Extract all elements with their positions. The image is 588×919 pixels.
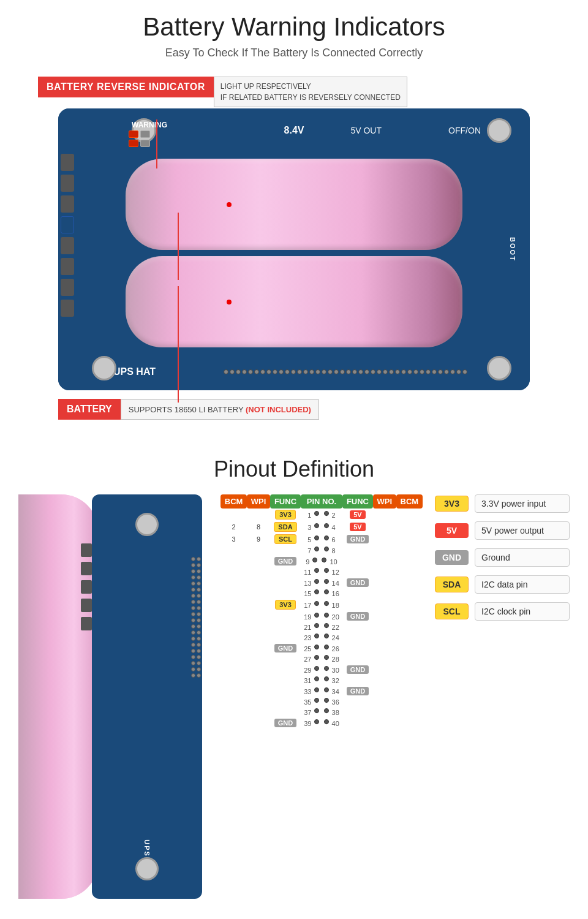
pinout-corner-circle-bottom xyxy=(135,857,159,880)
indicator-callout: BATTERY REVERSE INDICATOR LIGHT UP RESPE… xyxy=(38,77,407,107)
legend-desc: I2C data pin xyxy=(475,575,570,594)
led-4 xyxy=(140,140,150,147)
table-row: 35 · · 36 xyxy=(221,697,423,707)
table-row: 3V3 17 · · 18 xyxy=(221,599,423,611)
th-func2: FUNC xyxy=(342,494,373,509)
table-row: 3 9 SCL 5 · · 6 GND xyxy=(221,533,423,545)
board-voltage: 8.4V xyxy=(284,125,304,136)
battery-callout-label: BATTERY xyxy=(58,399,121,420)
legend-desc: 3.3V power input xyxy=(475,494,570,513)
legend-desc: I2C clock pin xyxy=(475,602,570,621)
pinout-gpio xyxy=(190,556,202,679)
indicator-desc: LIGHT UP RESPECTIVELY IF RELATED BATTERY… xyxy=(214,77,407,107)
battery-callout-desc: SUPPORTS 18650 LI BATTERY (NOT INCLUDED) xyxy=(121,399,319,420)
ups-hat-label: UPS HAT xyxy=(113,366,156,377)
th-wpi: WPI xyxy=(247,494,270,509)
legend-badge: SDA xyxy=(435,577,469,592)
table-row: 15 · · 16 xyxy=(221,588,423,599)
pinout-left: UPS HAT xyxy=(18,494,208,899)
table-row: 21 · · 22 xyxy=(221,622,423,632)
pin-table-header: BCM WPI FUNC PIN NO. FUNC WPI BCM xyxy=(221,494,423,509)
board-5vout: 5V OUT xyxy=(350,126,382,135)
red-line-top xyxy=(156,119,157,168)
table-row: 27 · · 28 xyxy=(221,654,423,664)
table-row: 13 · · 14 GND xyxy=(221,577,423,588)
legend-item: 5V 5V power output xyxy=(435,521,570,540)
pin-table-wrapper: BCM WPI FUNC PIN NO. FUNC WPI BCM 3V3 1 … xyxy=(221,494,423,728)
table-row: 2 8 SDA 3 · · 4 5V xyxy=(221,521,423,533)
pinout-corner-circle-top xyxy=(135,513,159,536)
table-row: GND 9 · · 10 xyxy=(221,556,423,567)
pinout-board: UPS HAT xyxy=(92,494,202,899)
legend-badge: GND xyxy=(435,550,469,565)
led-3 xyxy=(129,140,138,147)
legend-badge: 5V xyxy=(435,523,469,538)
battery-cylinder-1 xyxy=(126,159,462,250)
legend-desc: Ground xyxy=(475,548,570,567)
legend-badge: 3V3 xyxy=(435,496,469,512)
legend-desc: 5V power output xyxy=(475,521,570,540)
led-1 xyxy=(129,130,138,138)
header: Battery Warning Indicators Easy To Check… xyxy=(0,0,588,66)
board-warning-label: WARNING xyxy=(132,121,167,129)
batteries-area xyxy=(89,153,499,354)
table-row: GND 25 · · 26 xyxy=(221,643,423,654)
pinout-connectors xyxy=(81,543,92,630)
legend-badge: SCL xyxy=(435,603,469,619)
red-line-bat2 xyxy=(178,286,179,354)
boot-label: BOOT xyxy=(509,237,516,262)
table-row: 31 · · 32 xyxy=(221,675,423,686)
table-row: 11 · · 12 xyxy=(221,567,423,577)
indicator-label: BATTERY REVERSE INDICATOR xyxy=(38,77,214,97)
th-bcm: BCM xyxy=(221,494,247,509)
corner-circle-bl xyxy=(92,356,116,380)
legend-item: 3V3 3.3V power input xyxy=(435,494,570,513)
page-title: Battery Warning Indicators xyxy=(37,12,551,42)
board-offon: OFF/ON xyxy=(448,126,481,135)
pinout-title: Pinout Definition xyxy=(18,456,570,482)
battery-callout: BATTERY SUPPORTS 18650 LI BATTERY (NOT I… xyxy=(58,399,530,420)
legend-item: GND Ground xyxy=(435,548,570,567)
pinout-content: UPS HAT BCM WPI FUNC PIN NO. FUNC WPI BC… xyxy=(18,494,570,899)
table-row: GND 39 · · 40 xyxy=(221,717,423,728)
battery-dot-2 xyxy=(227,300,232,304)
corner-circle-tr xyxy=(487,118,511,143)
pin-legend: 3V3 3.3V power input 5V 5V power output … xyxy=(435,494,570,629)
th-wpi2: WPI xyxy=(373,494,396,509)
legend-item: SCL I2C clock pin xyxy=(435,602,570,621)
battery-section: BATTERY REVERSE INDICATOR LIGHT UP RESPE… xyxy=(0,66,588,432)
table-row: 7 · · 8 xyxy=(221,545,423,556)
table-row: 23 · · 24 xyxy=(221,632,423,643)
led-2 xyxy=(140,130,150,138)
red-line-bat3 xyxy=(178,354,179,403)
th-pinno: PIN NO. xyxy=(301,494,342,509)
corner-circle-br xyxy=(487,356,511,380)
th-func: FUNC xyxy=(270,494,301,509)
page-subtitle: Easy To Check If The Battery Is Connecte… xyxy=(37,47,551,59)
board-image: WARNING 8.4V 5V OUT xyxy=(58,108,530,390)
gpio-strip xyxy=(224,361,475,383)
table-row: 29 · · 30 GND xyxy=(221,664,423,675)
board-bottom-bar: UPS HAT xyxy=(58,354,530,390)
red-line-bat1 xyxy=(178,213,179,280)
warning-leds xyxy=(129,130,150,147)
legend-item: SDA I2C data pin xyxy=(435,575,570,594)
table-row: 37 · · 38 xyxy=(221,707,423,717)
table-row: 3V3 1 · · 2 5V xyxy=(221,509,423,521)
board-top-bar: WARNING 8.4V 5V OUT xyxy=(58,108,530,153)
left-connectors xyxy=(58,151,77,347)
battery-dot-1 xyxy=(227,202,232,207)
table-row: 33 · · 34 GND xyxy=(221,686,423,697)
pinout-section: Pinout Definition xyxy=(0,432,588,911)
pin-table: BCM WPI FUNC PIN NO. FUNC WPI BCM 3V3 1 … xyxy=(221,494,423,728)
battery-cylinder-2 xyxy=(126,256,462,347)
table-row: 19 · · 20 GND xyxy=(221,611,423,622)
th-bcm2: BCM xyxy=(396,494,423,509)
board-wrapper: WARNING 8.4V 5V OUT xyxy=(58,108,530,420)
